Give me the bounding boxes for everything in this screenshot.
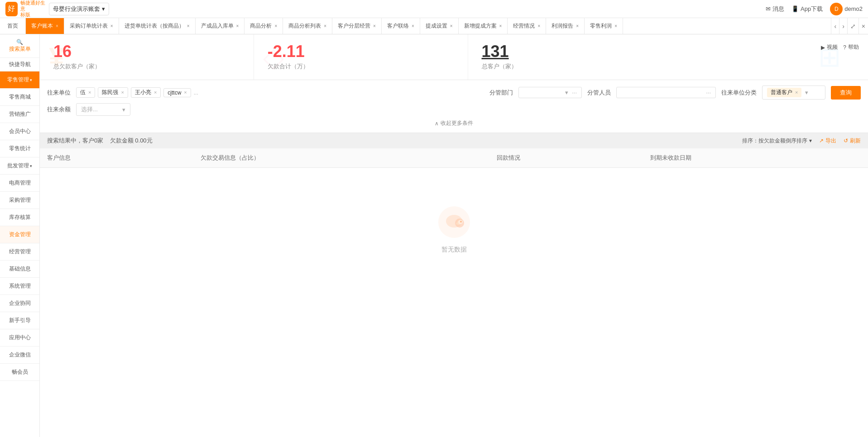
stat-label-customers: 总欠款客户（家） <box>53 62 101 71</box>
remainder-select[interactable]: 选择... ▾ <box>76 103 130 116</box>
sidebar-item-finance[interactable]: 资金管理 <box>0 226 39 243</box>
sort-dropdown[interactable]: 排序：按欠款金额倒序排序 ▾ <box>742 137 812 145</box>
tab-home[interactable]: 首页 <box>0 18 26 34</box>
more-icon: ··· <box>706 89 711 96</box>
tab-customer-account[interactable]: 客户账本 × <box>26 18 64 34</box>
tab-inbound-stats[interactable]: 进货单统计表（按商品） × <box>119 18 196 34</box>
tab-close-icon[interactable]: × <box>614 24 617 28</box>
sidebar-item-retail-mall[interactable]: 零售商城 <box>0 89 39 106</box>
tab-close-icon[interactable]: × <box>576 24 579 28</box>
remove-unit-class-tag[interactable]: × <box>795 90 798 95</box>
filter-row-2: 往来余额 选择... ▾ <box>47 103 861 116</box>
tab-close-icon[interactable]: × <box>499 24 502 28</box>
stat-card-total-customers: ⊞ 131 总客户（家） ▶ 视频 ? 帮助 <box>468 34 868 80</box>
sidebar: 🔍 搜索菜单 快捷导航 零售管理 ▾ 零售商城 营销推广 会员中心 零售统计 批… <box>0 34 40 437</box>
video-btn[interactable]: ▶ 视频 <box>821 43 838 51</box>
tab-purchase-order-stats[interactable]: 采购订单统计表 × <box>64 18 119 34</box>
tab-close-icon[interactable]: × <box>412 24 414 28</box>
remove-tag-wang[interactable]: × <box>154 90 157 95</box>
sidebar-item-marketing[interactable]: 营销推广 <box>0 106 39 123</box>
tab-close-icon[interactable]: × <box>187 24 190 28</box>
sidebar-item-batch-mgmt[interactable]: 批发管理 ▾ <box>0 157 39 175</box>
tab-close-icon[interactable]: × <box>373 24 376 28</box>
chevron-down-icon: ▾ <box>565 89 568 96</box>
sidebar-item-label: 企业微信 <box>9 352 31 358</box>
sidebar-item-basic-info[interactable]: 基础信息 <box>0 261 39 278</box>
tab-close-icon[interactable]: × <box>324 24 326 28</box>
sidebar-search[interactable]: 🔍 搜索菜单 <box>0 34 39 58</box>
sidebar-item-label: 会员中心 <box>9 128 31 134</box>
sidebar-item-enterprise-collab[interactable]: 企业协同 <box>0 295 39 312</box>
query-btn[interactable]: 查询 <box>831 86 861 100</box>
nav-arrows: ‹ › ⤢ × <box>831 18 868 34</box>
org-selector[interactable]: 母婴行业演示账套 ▾ <box>49 3 109 15</box>
sidebar-item-enterprise-wechat[interactable]: 企业微信 <box>0 347 39 364</box>
sidebar-item-label: 零售商城 <box>9 94 31 100</box>
tab-close-icon[interactable]: × <box>56 24 58 28</box>
tab-operations[interactable]: 经营情况 × <box>508 18 546 34</box>
stat-label-total: 总客户（家） <box>482 62 517 71</box>
filter-more-tags[interactable]: ... <box>194 90 198 96</box>
sidebar-quick-nav[interactable]: 快捷导航 <box>0 58 39 71</box>
refresh-btn[interactable]: ↺ 刷新 <box>844 137 861 145</box>
tab-customer-segment[interactable]: 客户分层经营 × <box>332 18 382 34</box>
filter-tags-unit: 伍 × 陈民强 × 王小亮 × cjttcw × ... <box>76 87 484 98</box>
tab-product-inbound[interactable]: 产成品入库单 × <box>196 18 245 34</box>
collapse-btn[interactable]: ∧ 收起更多条件 <box>47 119 861 127</box>
sidebar-item-vip-member[interactable]: 畅会员 <box>0 364 39 381</box>
remove-tag-wu[interactable]: × <box>88 90 91 95</box>
sidebar-item-label: 新手引导 <box>9 317 31 323</box>
col-debt-info: 欠款交易信息（占比） <box>193 148 489 168</box>
sidebar-item-purchase-mgmt[interactable]: 采购管理 <box>0 192 39 209</box>
tab-retail-profit[interactable]: 零售利润 × <box>585 18 623 34</box>
refresh-icon: ↺ <box>844 138 848 144</box>
tab-profit-report[interactable]: 利润报告 × <box>546 18 585 34</box>
more-icon: ··· <box>572 89 577 96</box>
message-btn[interactable]: ✉ 消息 <box>766 5 784 13</box>
stat-header-actions: ▶ 视频 ? 帮助 <box>821 43 859 51</box>
tab-close-icon[interactable]: × <box>236 24 239 28</box>
sidebar-item-operations-mgmt[interactable]: 经营管理 <box>0 243 39 261</box>
sidebar-item-system-mgmt[interactable]: 系统管理 <box>0 278 39 295</box>
sidebar-item-app-center[interactable]: 应用中心 <box>0 329 39 347</box>
nav-prev-btn[interactable]: ‹ <box>831 18 839 34</box>
tab-customer-contact[interactable]: 客户联络 × <box>382 18 420 34</box>
help-btn[interactable]: ? 帮助 <box>843 43 859 51</box>
tab-close-icon[interactable]: × <box>450 24 453 28</box>
unit-class-select[interactable]: 普通客户 × ▾ <box>762 86 825 100</box>
result-bar: 搜索结果中，客户0家 欠款金额 0.00元 排序：按欠款金额倒序排序 ▾ ↗ 导… <box>40 133 868 148</box>
app-download-btn[interactable]: 📱 App下载 <box>791 5 823 13</box>
sidebar-item-label: 资金管理 <box>9 231 31 238</box>
sidebar-item-ecommerce[interactable]: 电商管理 <box>0 175 39 192</box>
filter-tag-cjttcw: cjttcw × <box>163 88 191 97</box>
nav-expand-btn[interactable]: ⤢ <box>847 18 858 34</box>
sidebar-item-label: 营销推广 <box>9 111 31 117</box>
chevron-up-icon: ∧ <box>435 120 439 127</box>
tab-close-icon[interactable]: × <box>274 24 277 28</box>
sidebar-item-inventory[interactable]: 库存核算 <box>0 209 39 226</box>
sidebar-item-retail-mgmt[interactable]: 零售管理 ▾ <box>0 71 39 89</box>
tab-close-icon[interactable]: × <box>537 24 540 28</box>
tab-product-analysis[interactable]: 商品分析 × <box>245 18 283 34</box>
sidebar-item-new-guide[interactable]: 新手引导 <box>0 312 39 329</box>
tab-label: 产成品入库单 <box>201 22 234 30</box>
sidebar-item-member-center[interactable]: 会员中心 <box>0 123 39 140</box>
sidebar-item-retail-stats[interactable]: 零售统计 <box>0 140 39 157</box>
person-select[interactable]: ··· <box>616 87 716 98</box>
tab-close-icon[interactable]: × <box>110 24 113 28</box>
tab-product-analysis-list[interactable]: 商品分析列表 × <box>283 18 332 34</box>
user-avatar-btn[interactable]: D demo2 <box>830 3 863 15</box>
nav-close-btn[interactable]: × <box>858 18 868 34</box>
export-btn[interactable]: ↗ 导出 <box>819 137 836 145</box>
dept-select[interactable]: ▾ ··· <box>518 87 582 98</box>
remove-tag-cjttcw[interactable]: × <box>184 90 187 95</box>
nav-next-btn[interactable]: › <box>839 18 847 34</box>
tab-label: 商品分析 <box>250 22 272 30</box>
tab-raise-settings[interactable]: 提成设置 × <box>420 18 459 34</box>
remove-tag-chen[interactable]: × <box>121 90 124 95</box>
sidebar-item-label: 批发管理 <box>7 162 29 170</box>
unit-filter-label: 往来单位 <box>47 89 71 97</box>
top-bar-right: ✉ 消息 📱 App下载 D demo2 <box>766 3 863 15</box>
chevron-icon: ▾ <box>30 78 32 82</box>
tab-new-raise-plan[interactable]: 新增提成方案 × <box>459 18 508 34</box>
